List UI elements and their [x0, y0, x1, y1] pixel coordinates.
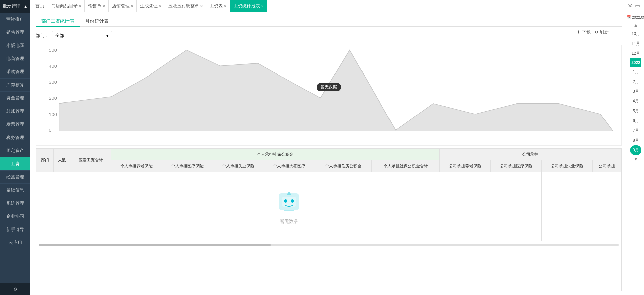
table-container[interactable]: 部门 人数 应发工资合计 个人承担社保公积金 公司承担 个人承担养老保险 个人承…	[36, 148, 622, 291]
empty-icon	[275, 188, 302, 215]
download-icon: ⬇	[577, 30, 581, 35]
page-body: ⬇ 下载 ↻ 刷新 部门工资统计表月份统计表 部门： 全部 ▾	[30, 12, 627, 295]
table-scroll-bar[interactable]	[39, 244, 619, 246]
chart-area: 500 400 300 200 100 0	[36, 45, 622, 146]
tab-label: 应收应付调整单	[168, 3, 199, 9]
calendar-icon: 📅	[627, 15, 631, 19]
date-item-9月[interactable]: 9月	[630, 145, 641, 155]
dept-label: 部门：	[36, 33, 49, 39]
date-panel-label: 2022.09	[632, 15, 644, 19]
date-item-11月[interactable]: 11月	[630, 39, 641, 49]
th-p5: 个人承担住房公积金	[315, 160, 372, 172]
date-item-6月[interactable]: 6月	[630, 116, 641, 126]
tab-工资表[interactable]: 工资表×	[206, 0, 230, 12]
date-item-12月[interactable]: 12月	[630, 49, 641, 58]
sub-tabs: 部门工资统计表月份统计表	[36, 16, 622, 27]
sidebar-item-固定资产[interactable]: 固定资产	[0, 144, 30, 157]
svg-text:400: 400	[49, 64, 57, 68]
tab-close-icon[interactable]: ×	[103, 4, 105, 8]
tab-店铺管理[interactable]: 店铺管理×	[109, 0, 137, 12]
refresh-icon: ↻	[595, 30, 598, 35]
tab-label: 门店商品目录	[51, 3, 78, 9]
chevron-down-icon: ▾	[106, 33, 109, 38]
sidebar-item-采购管理[interactable]: 采购管理	[0, 65, 30, 79]
tab-label: 店铺管理	[112, 3, 130, 9]
sidebar-item-基础信息[interactable]: 基础信息	[0, 184, 30, 197]
date-nav-up[interactable]: ▲	[627, 21, 644, 29]
th-count: 人数	[54, 149, 71, 172]
date-item-5月[interactable]: 5月	[630, 106, 641, 116]
date-nav-down[interactable]: ▼	[627, 155, 644, 163]
tab-label: 销售单	[88, 3, 101, 9]
svg-text:0: 0	[49, 128, 51, 133]
sidebar-item-电商管理[interactable]: 电商管理	[0, 52, 30, 65]
chart-polygon	[59, 50, 613, 131]
sidebar-item-总账管理[interactable]: 总账管理	[0, 105, 30, 118]
date-item-10月[interactable]: 10月	[630, 29, 641, 39]
tab-close-icon[interactable]: ×	[224, 4, 226, 8]
empty-state: 暂无数据	[38, 175, 539, 238]
date-item-2月[interactable]: 2月	[630, 77, 641, 87]
date-item-1月[interactable]: 1月	[630, 67, 641, 77]
restore-window-icon[interactable]: ▭	[635, 3, 640, 9]
date-item-4月[interactable]: 4月	[630, 96, 641, 106]
svg-text:200: 200	[49, 96, 57, 100]
th-p2: 个人承担医疗保险	[162, 160, 213, 172]
table-scroll-thumb	[39, 244, 271, 246]
th-group-personal: 个人承担社保公积金	[111, 149, 439, 160]
empty-label: 暂无数据	[280, 218, 298, 225]
date-item-7月[interactable]: 7月	[630, 126, 641, 136]
tab-close-icon[interactable]: ×	[131, 4, 133, 8]
svg-point-16	[291, 199, 294, 203]
date-panel: 📅 2022.09 ▲ 10月11月12月20221月2月3月4月5月6月7月8…	[627, 12, 644, 295]
dept-select-value: 全部	[55, 33, 64, 39]
refresh-button[interactable]: ↻ 刷新	[595, 29, 609, 35]
sidebar-item-工资[interactable]: 工资	[0, 157, 30, 171]
sidebar-item-销售管理[interactable]: 销售管理	[0, 26, 30, 39]
th-c1: 公司承担养老保险	[439, 160, 490, 172]
sidebar-item-库存核算[interactable]: 库存核算	[0, 79, 30, 92]
sidebar-item-资金管理[interactable]: 资金管理	[0, 92, 30, 105]
sidebar-item-税务管理[interactable]: 税务管理	[0, 131, 30, 144]
tab-close-icon[interactable]: ×	[159, 4, 161, 8]
content-area: ⬇ 下载 ↻ 刷新 部门工资统计表月份统计表 部门： 全部 ▾	[30, 12, 644, 295]
sidebar-item-营销推广[interactable]: 营销推广	[0, 13, 30, 26]
sidebar-item-小畅电商[interactable]: 小畅电商	[0, 39, 30, 52]
download-button[interactable]: ⬇ 下载	[577, 29, 591, 35]
tab-销售单[interactable]: 销售单×	[85, 0, 108, 12]
date-item-2022[interactable]: 2022	[630, 58, 641, 67]
tab-close-icon[interactable]: ×	[79, 4, 81, 8]
tab-首页[interactable]: 首页	[32, 0, 48, 12]
tab-end-close[interactable]: ✕ ▭	[625, 3, 643, 9]
tab-close-icon[interactable]: ×	[200, 4, 203, 8]
tab-门店商品目录[interactable]: 门店商品目录×	[48, 0, 85, 12]
sidebar-item-经营管理[interactable]: 经营管理	[0, 171, 30, 184]
sidebar-item-新手引导[interactable]: 新手引导	[0, 223, 30, 236]
sidebar-item-系统管理[interactable]: 系统管理	[0, 197, 30, 210]
tab-close-icon[interactable]: ×	[261, 4, 263, 8]
toolbar: 部门： 全部 ▾	[36, 31, 622, 40]
date-item-3月[interactable]: 3月	[630, 87, 641, 96]
close-window-icon[interactable]: ✕	[628, 3, 632, 9]
sidebar-item-发票管理[interactable]: 发票管理	[0, 118, 30, 131]
sidebar-item-企业协同[interactable]: 企业协同	[0, 210, 30, 223]
sidebar-item-云应用[interactable]: 云应用	[0, 236, 30, 249]
tab-label: 首页	[35, 3, 44, 9]
tab-应收应付调整单[interactable]: 应收应付调整单×	[165, 0, 206, 12]
sidebar-header[interactable]: 批发管理 ▲	[0, 0, 30, 13]
sub-tab-月份统计表[interactable]: 月份统计表	[80, 16, 114, 27]
tab-label: 生成凭证	[140, 3, 158, 9]
th-p6: 个人承担社保公积金合计	[372, 160, 439, 172]
sub-tab-部门工资统计表[interactable]: 部门工资统计表	[36, 16, 80, 27]
tab-label: 工资表	[210, 3, 223, 9]
sidebar-footer[interactable]: ⚙	[0, 283, 30, 295]
th-group-company: 公司承担	[439, 149, 621, 160]
date-item-8月[interactable]: 8月	[630, 136, 641, 145]
sidebar-header-label: 批发管理	[3, 3, 20, 9]
dept-select[interactable]: 全部 ▾	[52, 31, 112, 40]
svg-rect-17	[284, 210, 294, 211]
sidebar-collapse-icon: ▲	[23, 4, 28, 9]
sidebar: 批发管理 ▲ 营销推广销售管理小畅电商电商管理采购管理库存核算资金管理总账管理发…	[0, 0, 30, 295]
tab-生成凭证[interactable]: 生成凭证×	[137, 0, 165, 12]
tab-工资统计报表[interactable]: 工资统计报表×	[230, 0, 267, 12]
